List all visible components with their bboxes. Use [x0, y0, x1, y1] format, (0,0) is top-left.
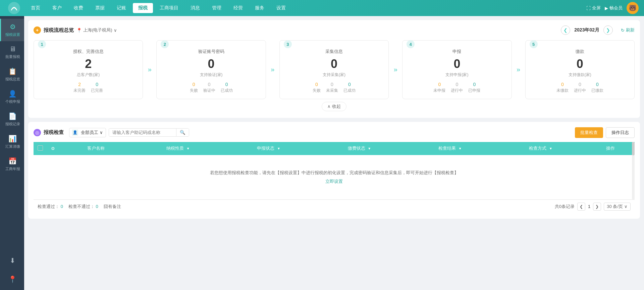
month-display: 2023年02月: [574, 27, 599, 33]
th-tax-nature[interactable]: 纳税性质 ▼: [133, 142, 223, 155]
location-tag[interactable]: 📍 上海(电子税局) ∨: [76, 27, 117, 33]
month-next-button[interactable]: ❯: [603, 25, 613, 35]
step4-stat-unreported[interactable]: 0 未申报: [433, 82, 445, 93]
sidebar-item-annual-report[interactable]: 📅 工商年报: [0, 153, 24, 175]
sidebar-item-location[interactable]: 📍: [0, 271, 24, 287]
nav-service[interactable]: 服务: [250, 3, 270, 13]
app-logo[interactable]: [5, 2, 23, 14]
step3-stat-pending[interactable]: 0 未采集: [326, 82, 338, 93]
step4-stat-inprogress[interactable]: 0 进行中: [451, 82, 463, 93]
page-prev-button[interactable]: ❮: [577, 203, 585, 211]
select-all-checkbox[interactable]: [38, 145, 43, 151]
batch-check-button[interactable]: 批量检查: [575, 127, 603, 138]
chevron-down-icon: ∨: [114, 28, 117, 33]
sidebar-item-tax-overview[interactable]: 📋 报税总览: [0, 63, 24, 86]
nav-manage[interactable]: 管理: [207, 3, 227, 13]
fail-val[interactable]: 0: [96, 204, 98, 209]
nav-tax[interactable]: 报税: [133, 3, 153, 13]
step-badge-4: 4: [407, 40, 415, 48]
th-fee-status[interactable]: 缴费状态 ▼: [314, 142, 405, 155]
employee-filter[interactable]: 👤 全部员工 ∨: [69, 128, 106, 137]
step3-stat-done-label: 已成功: [343, 88, 356, 93]
download-icon: ⬇: [10, 257, 15, 265]
employee-filter-label: 全部员工: [81, 130, 98, 136]
vip-button[interactable]: ▶ 畅会员: [605, 5, 623, 11]
nav-invoice[interactable]: 票据: [90, 3, 110, 13]
operation-log-button[interactable]: 操作日志: [606, 127, 635, 138]
step5-stat-paid-label: 已缴款: [591, 88, 603, 93]
flow-arrow-4: »: [512, 40, 525, 99]
th-settings[interactable]: ⚙: [47, 142, 59, 155]
settlement-icon: 📊: [8, 135, 17, 143]
th-checkbox[interactable]: [34, 142, 47, 155]
step3-stat-done[interactable]: 0 已成功: [343, 82, 356, 93]
th-check-result[interactable]: 检查结果 ▼: [405, 142, 495, 155]
nav-client[interactable]: 客户: [47, 3, 67, 13]
step5-stat-paid[interactable]: 0 已缴款: [591, 82, 603, 93]
nav-settings[interactable]: 设置: [271, 3, 291, 13]
step5-stat-unpaid[interactable]: 0 未缴款: [556, 82, 569, 93]
total-label: 共0条记录: [555, 204, 575, 210]
nav-fee[interactable]: 收费: [68, 3, 89, 13]
empty-link[interactable]: 立即设置: [325, 179, 343, 184]
refresh-label: 刷新: [626, 27, 635, 33]
step4-stat-done[interactable]: 0 已申报: [468, 82, 480, 93]
month-prev-button[interactable]: ❮: [561, 25, 570, 35]
step1-stats: 2 未完善 0 已完善: [39, 82, 137, 93]
flow-card-step4: 4 申报 0 支持申报(家) 0 未申报 0 进行中: [402, 40, 512, 99]
settings-icon[interactable]: ⚙: [51, 146, 55, 151]
location-label: 上海(电子税局): [83, 27, 112, 33]
nav-bookkeeping[interactable]: 记账: [111, 3, 131, 13]
tax-check-title: 报税检查: [44, 129, 64, 136]
nav-items: 首页 客户 收费 票据 记账 报税 工商项目 消息 管理 经营 服务 设置: [25, 3, 586, 13]
scroll-thumb[interactable]: [632, 142, 635, 155]
refresh-button[interactable]: ↻ 刷新: [621, 27, 635, 33]
sidebar-item-tax-records[interactable]: 📄 报税记录: [0, 108, 24, 131]
page-next-button[interactable]: ❯: [593, 203, 601, 211]
step1-stat-done[interactable]: 0 已完善: [91, 82, 103, 93]
tax-settings-icon: ⚙: [10, 23, 16, 31]
tax-check-card: ◎ 报税检查 👤 全部员工 ∨ 🔍 批量检查 操作日志: [28, 122, 640, 219]
flow-card-step5: 5 缴款 0 支持缴款(家) 0 未缴款 0 进行中: [525, 40, 635, 99]
scroll-track[interactable]: [632, 142, 635, 200]
sidebar-item-settlement[interactable]: 📊 汇算清缴: [0, 131, 24, 153]
th-report-status[interactable]: 申报状态 ▼: [223, 142, 314, 155]
page-size-label: 30 条/页: [607, 204, 623, 210]
nav-home[interactable]: 首页: [25, 3, 46, 13]
filter-icon-check-method: ▼: [549, 147, 552, 150]
collapse-button[interactable]: ∧ 收起: [322, 102, 346, 111]
step3-stat-fail-label: 失败: [313, 88, 321, 93]
sidebar-item-download[interactable]: ⬇: [0, 252, 24, 269]
empty-text: 若您想使用报税检查功能，请先在【报税设置】中进行报税的初化设置，完成密码验证和信…: [40, 168, 628, 177]
step-badge-2: 2: [161, 40, 169, 48]
pass-val[interactable]: 0: [61, 204, 63, 209]
sidebar-item-personal-tax[interactable]: 👤 个税申报: [0, 86, 24, 108]
empty-row: 若您想使用报税检查功能，请先在【报税设置】中进行报税的初化设置，完成密码验证和信…: [34, 155, 635, 200]
flow-cards-container: 1 授权、完善信息 2 总客户数(家) 2 未完善 0 已完善: [34, 40, 635, 99]
note-label: 囧有备注: [104, 204, 121, 210]
page-size-selector[interactable]: 30 条/页 ∨: [604, 203, 631, 211]
step2-stat-fail[interactable]: 0 失败: [190, 82, 198, 93]
sidebar-item-batch-tax[interactable]: 🖥 批量报税: [0, 41, 24, 63]
month-navigation: ❮ 2023年02月 ❯: [561, 25, 613, 35]
step5-stat-inprogress[interactable]: 0 进行中: [574, 82, 586, 93]
step2-stat-verifying-label: 验证中: [203, 88, 215, 93]
nav-message[interactable]: 消息: [185, 3, 205, 13]
fullscreen-button[interactable]: ⛶ 全屏: [586, 5, 601, 11]
nav-operation[interactable]: 经营: [228, 3, 248, 13]
arrow-icon-3: »: [394, 66, 397, 73]
step2-stat-verifying-val: 0: [208, 82, 211, 87]
step2-stat-done[interactable]: 0 已成功: [221, 82, 233, 93]
search-input[interactable]: [109, 129, 176, 136]
search-button[interactable]: 🔍: [176, 129, 189, 136]
sidebar-item-tax-settings[interactable]: ⚙ 报税设置: [0, 19, 24, 41]
tax-check-icon: ◎: [34, 129, 41, 136]
step2-stat-verifying[interactable]: 0 验证中: [203, 82, 215, 93]
fullscreen-icon: ⛶: [586, 6, 591, 11]
nav-business[interactable]: 工商项目: [154, 3, 184, 13]
step1-stat-fail[interactable]: 2 未完善: [73, 82, 86, 93]
step3-stat-fail[interactable]: 0 失败: [313, 82, 321, 93]
step4-number: 0: [408, 57, 506, 71]
user-avatar[interactable]: 🐻: [627, 2, 639, 14]
th-check-method[interactable]: 检查方式 ▼: [495, 142, 586, 155]
